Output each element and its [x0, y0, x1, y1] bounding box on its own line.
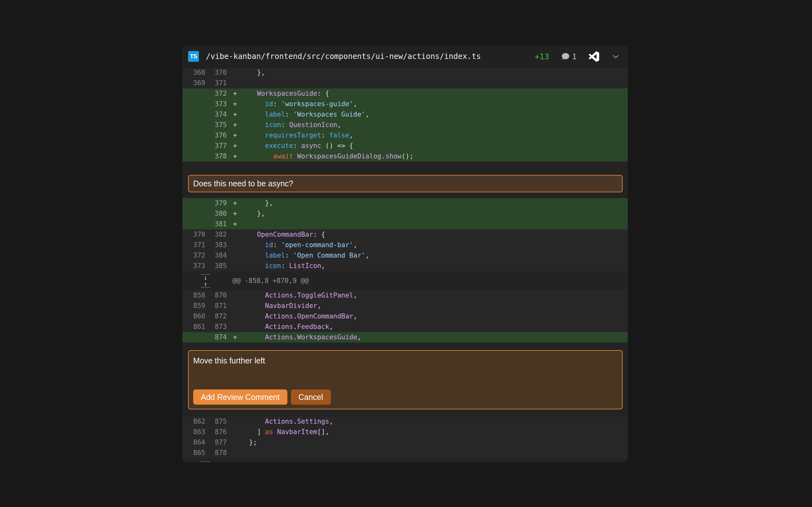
comment-count-badge[interactable]: 1 [561, 52, 577, 61]
code-line: Actions.Settings, [243, 416, 334, 427]
diff-row[interactable]: 372384 label: 'Open Command Bar', [183, 250, 628, 261]
diff-row[interactable]: 375+ icon: QuestionIcon, [183, 120, 628, 130]
diff-row[interactable]: 861873 Actions.Feedback, [183, 322, 628, 332]
header-actions: +13 1 [535, 51, 620, 62]
code-line: label: 'Open Command Bar', [243, 250, 369, 261]
editor-button-row: Add Review CommentCancel [193, 389, 618, 405]
file-path: /vibe-kanban/frontend/src/components/ui-… [206, 52, 535, 61]
diff-expander: ↓ [183, 458, 628, 462]
old-line-number [183, 151, 205, 162]
diff-row[interactable]: 380+ }, [183, 209, 628, 219]
diff-sign: + [227, 130, 243, 141]
collapse-chevron-button[interactable] [611, 52, 620, 61]
diff-row[interactable]: 862875 Actions.Settings, [183, 416, 628, 427]
diff-row[interactable]: 373+ id: 'workspaces-guide', [183, 99, 628, 109]
diff-row[interactable]: 863876 ] as NavbarItem[], [183, 427, 628, 437]
diff-row[interactable]: 864877}; [183, 437, 628, 448]
expand-down-icon: ↓ [204, 275, 208, 280]
old-line-number: 372 [183, 250, 205, 261]
add-review-comment-button[interactable]: Add Review Comment [193, 389, 287, 405]
comment-bubble-icon [561, 52, 570, 61]
old-line-number [183, 219, 205, 229]
new-line-number: 875 [205, 416, 227, 427]
diff-row[interactable]: 377+ execute: async () => { [183, 141, 628, 151]
new-line-number: 375 [205, 120, 227, 130]
old-line-number: 370 [183, 229, 205, 240]
vscode-icon [589, 51, 599, 62]
review-comment-input[interactable]: Move this further left [193, 356, 618, 389]
new-line-number: 373 [205, 99, 227, 109]
review-comment-text: Does this need to be async? [193, 179, 293, 188]
new-line-number: 876 [205, 427, 227, 437]
code-line: requiresTarget: false, [243, 130, 353, 141]
diff-sign [227, 437, 243, 448]
diff-row[interactable]: 370382 OpenCommandBar: { [183, 229, 628, 240]
review-comment-editor: Move this further leftAdd Review Comment… [188, 350, 623, 409]
cancel-button[interactable]: Cancel [291, 389, 331, 405]
diff-sign [227, 322, 243, 332]
new-line-number: 874 [205, 332, 227, 343]
code-line: await WorkspacesGuideDialog.show(); [243, 151, 413, 162]
diff-sign [227, 427, 243, 437]
old-line-number: 864 [183, 437, 205, 448]
open-in-vscode-button[interactable] [589, 51, 599, 62]
diff-row[interactable]: 381+ [183, 219, 628, 229]
old-line-number: 858 [183, 290, 205, 301]
diff-row[interactable]: 376+ requiresTarget: false, [183, 130, 628, 141]
code-line: }, [243, 67, 265, 78]
code-line: label: 'Workspaces Guide', [243, 109, 369, 120]
expand-down-button[interactable]: ↓ [201, 461, 210, 462]
diff-expander: ↓↑@@ -858,8 +870,9 @@ [183, 271, 628, 290]
diff-row[interactable]: 874+ Actions.WorkspacesGuide, [183, 332, 628, 343]
code-line: Actions.OpenCommandBar, [243, 311, 357, 322]
diff-sign: + [227, 89, 243, 99]
diff-body: 368370 },369371372+ WorkspacesGuide: {37… [183, 67, 628, 462]
hunk-header: @@ -858,8 +870,9 @@ [233, 277, 309, 285]
diff-row[interactable]: 865878 [183, 448, 628, 458]
diff-sign [227, 67, 243, 78]
old-line-number: 861 [183, 322, 205, 332]
old-line-number [183, 209, 205, 219]
chevron-down-icon [611, 52, 620, 61]
comment-count: 1 [572, 52, 577, 61]
new-line-number: 380 [205, 209, 227, 219]
code-line: Actions.WorkspacesGuide, [243, 332, 361, 343]
code-line: }, [243, 209, 265, 219]
expand-up-button[interactable]: ↑ [201, 281, 210, 288]
diff-row[interactable]: 378+ await WorkspacesGuideDialog.show(); [183, 151, 628, 162]
old-line-number [183, 141, 205, 151]
diff-sign: + [227, 219, 243, 229]
new-line-number: 374 [205, 109, 227, 120]
code-line: NavbarDivider, [243, 301, 321, 311]
diff-row[interactable]: 371383 id: 'open-command-bar', [183, 240, 628, 250]
diff-row[interactable]: 373385 icon: ListIcon, [183, 261, 628, 271]
expand-down-button[interactable]: ↓ [201, 274, 210, 280]
code-line: id: 'workspaces-guide', [243, 99, 357, 109]
new-line-number: 384 [205, 250, 227, 261]
new-line-number: 877 [205, 437, 227, 448]
code-line: Actions.ToggleGitPanel, [243, 290, 357, 301]
old-line-number: 865 [183, 448, 205, 458]
diff-row[interactable]: 379+ }, [183, 198, 628, 209]
code-line: ] as NavbarItem[], [243, 427, 329, 437]
diff-row[interactable]: 858870 Actions.ToggleGitPanel, [183, 290, 628, 301]
code-line [243, 78, 249, 89]
diff-row[interactable]: 372+ WorkspacesGuide: { [183, 89, 628, 99]
new-line-number: 378 [205, 151, 227, 162]
code-line: icon: ListIcon, [243, 261, 325, 271]
old-line-number: 862 [183, 416, 205, 427]
old-line-number [183, 120, 205, 130]
diff-row[interactable]: 368370 }, [183, 67, 628, 78]
diff-sign: + [227, 209, 243, 219]
diff-row[interactable]: 374+ label: 'Workspaces Guide', [183, 109, 628, 120]
diff-sign [227, 311, 243, 322]
new-line-number: 376 [205, 130, 227, 141]
diff-row[interactable]: 860872 Actions.OpenCommandBar, [183, 311, 628, 322]
diff-row[interactable]: 859871 NavbarDivider, [183, 301, 628, 311]
code-line: WorkspacesGuide: { [243, 89, 329, 99]
new-line-number: 371 [205, 78, 227, 89]
new-line-number: 871 [205, 301, 227, 311]
diff-row[interactable]: 369371 [183, 78, 628, 89]
diff-sign: + [227, 151, 243, 162]
new-line-number: 377 [205, 141, 227, 151]
